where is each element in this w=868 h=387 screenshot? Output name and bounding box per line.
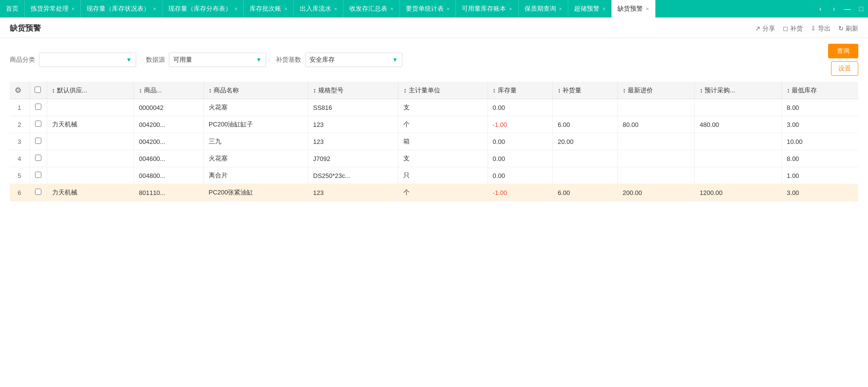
row-checkbox-4[interactable] [29, 167, 47, 184]
col-default-supplier-label: ↕ 默认供应... [52, 87, 88, 94]
col-latest-price-label: ↕ 最新进价 [623, 87, 653, 94]
row-min-stock-2: 10.00 [782, 133, 858, 150]
row-unit-0: 支 [398, 99, 488, 116]
nav-tab-2[interactable]: 现存量（库存状况表）× [81, 0, 162, 18]
nav-tab-1[interactable]: 拣货异常处理× [25, 0, 81, 18]
replenish-base-select[interactable]: 安全库存 ▼ [305, 53, 402, 67]
row-select-1[interactable] [35, 121, 41, 127]
row-checkbox-1[interactable] [29, 116, 47, 133]
col-est-purchase: ↕ 预计采购... [695, 82, 782, 99]
replenish-base-value: 安全库存 [309, 55, 392, 64]
nav-right-arrow[interactable]: › [827, 0, 841, 18]
tab-close-icon-5[interactable]: × [334, 6, 337, 12]
gear-icon[interactable]: ⚙ [15, 86, 21, 94]
tab-close-icon-11[interactable]: × [646, 6, 649, 12]
row-min-stock-1: 3.00 [782, 116, 858, 133]
col-product-name-label: ↕ 商品名称 [209, 87, 239, 94]
row-checkbox-5[interactable] [29, 184, 47, 201]
header-actions: ↗ 分享 ◻ 补货 ⇩ 导出 ↻ 刷新 [755, 24, 858, 33]
category-select[interactable]: ▼ [39, 53, 136, 67]
row-replenish-4 [553, 167, 618, 184]
row-unit-2: 箱 [398, 133, 488, 150]
row-min-stock-4: 1.00 [782, 167, 858, 184]
table-row: 3 004200... 三九 123 箱 0.00 20.00 10.00 [10, 133, 858, 150]
nav-tab-3[interactable]: 现存量（库存分布表）× [163, 0, 244, 18]
nav-tab-6[interactable]: 收发存汇总表× [344, 0, 399, 18]
filter-buttons: 查询 设置 [828, 44, 858, 76]
row-name-2: 三九 [203, 133, 308, 150]
replenish-button[interactable]: ◻ 补货 [783, 24, 803, 33]
nav-tab-8[interactable]: 可用量库存账本× [456, 0, 518, 18]
row-spec-1: 123 [308, 116, 398, 133]
nav-minimize-btn[interactable]: — [841, 0, 854, 18]
category-filter-group: 商品分类 ▼ [10, 53, 136, 67]
row-name-3: 火花塞 [203, 150, 308, 167]
export-button[interactable]: ⇩ 导出 [811, 24, 831, 33]
row-checkbox-2[interactable] [29, 133, 47, 150]
data-table: ⚙ ↕ 默认供应... ↕ 商品... ↕ 商品名称 ↕ [10, 82, 858, 201]
row-spec-4: DS250*23c... [308, 167, 398, 184]
row-latest-price-5: 200.00 [617, 184, 694, 201]
col-latest-price: ↕ 最新进价 [617, 82, 694, 99]
tab-close-icon-8[interactable]: × [509, 6, 512, 12]
nav-tab-9[interactable]: 保质期查询× [519, 0, 568, 18]
row-select-0[interactable] [35, 104, 41, 110]
col-unit-label: ↕ 主计量单位 [403, 87, 440, 94]
table-row: 2 力天机械 004200... PC200油缸缸子 123 个 -1.00 6… [10, 116, 858, 133]
nav-left-arrow[interactable]: ‹ [814, 0, 827, 18]
row-select-5[interactable] [35, 189, 41, 195]
row-spec-5: 123 [308, 184, 398, 201]
nav-tab-10[interactable]: 超储预警× [568, 0, 612, 18]
row-latest-price-0 [617, 99, 694, 116]
tab-close-icon-6[interactable]: × [390, 6, 393, 12]
tab-close-icon-10[interactable]: × [602, 6, 605, 12]
replenish-base-filter-group: 补货基数 安全库存 ▼ [276, 53, 402, 67]
row-select-4[interactable] [35, 172, 41, 178]
row-select-2[interactable] [35, 138, 41, 144]
nav-tab-11[interactable]: 缺货预警× [612, 0, 655, 18]
row-unit-4: 只 [398, 167, 488, 184]
row-est-purchase-0 [695, 99, 782, 116]
nav-tab-7[interactable]: 要货单统计表× [400, 0, 456, 18]
nav-tab-0[interactable]: 首页 [0, 0, 25, 18]
nav-tab-4[interactable]: 库存批次账× [244, 0, 293, 18]
row-supplier-5: 力天机械 [47, 184, 134, 201]
share-button[interactable]: ↗ 分享 [755, 24, 775, 33]
select-all-checkbox[interactable] [35, 87, 41, 93]
refresh-button[interactable]: ↻ 刷新 [838, 24, 858, 33]
row-replenish-2: 20.00 [553, 133, 618, 150]
datasource-label: 数据源 [146, 55, 165, 64]
row-supplier-4 [47, 167, 134, 184]
tab-close-icon-7[interactable]: × [447, 6, 450, 12]
row-code-2: 004200... [134, 133, 203, 150]
tab-close-icon-4[interactable]: × [284, 6, 287, 12]
row-name-0: 火花塞 [203, 99, 308, 116]
nav-tab-5[interactable]: 出入库流水× [294, 0, 344, 18]
row-name-5: PC200张紧油缸 [203, 184, 308, 201]
row-stock-2: 0.00 [488, 133, 553, 150]
col-product-name: ↕ 商品名称 [203, 82, 308, 99]
row-num-1: 2 [10, 116, 29, 133]
row-checkbox-0[interactable] [29, 99, 47, 116]
row-checkbox-3[interactable] [29, 150, 47, 167]
row-code-0: 0000042 [134, 99, 203, 116]
row-stock-4: 0.00 [488, 167, 553, 184]
export-icon: ⇩ [811, 25, 816, 32]
top-nav: 首页拣货异常处理×现存量（库存状况表）×现存量（库存分布表）×库存批次账×出入库… [0, 0, 868, 18]
table-header-row: ⚙ ↕ 默认供应... ↕ 商品... ↕ 商品名称 ↕ [10, 82, 858, 99]
query-button[interactable]: 查询 [828, 44, 858, 58]
datasource-select[interactable]: 可用量 ▼ [169, 53, 266, 67]
col-settings: ⚙ [10, 82, 29, 99]
refresh-icon: ↻ [838, 25, 844, 32]
tab-close-icon-2[interactable]: × [153, 6, 156, 12]
nav-maximize-btn[interactable]: □ [854, 0, 868, 18]
tab-close-icon-3[interactable]: × [235, 6, 237, 12]
settings-button[interactable]: 设置 [831, 61, 858, 76]
tab-close-icon-9[interactable]: × [559, 6, 562, 12]
row-select-3[interactable] [35, 155, 41, 161]
row-code-4: 004800... [134, 167, 203, 184]
row-latest-price-1: 80.00 [617, 116, 694, 133]
tab-close-icon-1[interactable]: × [72, 6, 74, 12]
row-stock-1: -1.00 [488, 116, 553, 133]
row-supplier-0 [47, 99, 134, 116]
